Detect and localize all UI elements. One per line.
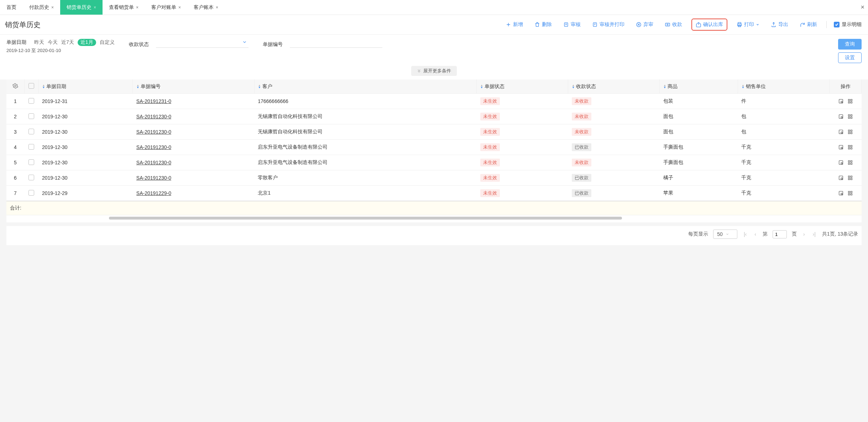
tab-bar: 首页 付款历史× 销货单历史× 查看销货单× 客户对账单× 客户账本× × <box>0 0 868 15</box>
export-button[interactable]: 导出 <box>769 20 790 29</box>
page-next-button[interactable]: › <box>802 231 806 237</box>
per-page-select[interactable]: 50 <box>713 230 737 239</box>
row-checkbox[interactable] <box>24 124 38 140</box>
refresh-button[interactable]: 刷新 <box>798 20 819 29</box>
svg-rect-24 <box>851 130 852 132</box>
page-first-button[interactable]: |‹ <box>742 231 748 237</box>
column-settings[interactable] <box>6 79 24 94</box>
column-header-docno[interactable]: ▲▼单据编号 <box>133 79 254 94</box>
view-icon[interactable] <box>838 114 844 119</box>
column-select-all[interactable] <box>24 79 38 94</box>
cell-doc-status: 未生效 <box>477 140 568 155</box>
column-header-product[interactable]: ▲▼商品 <box>660 79 738 94</box>
view-icon[interactable] <box>838 98 844 104</box>
close-icon[interactable]: × <box>178 5 181 10</box>
date-preset-today[interactable]: 今天 <box>48 39 58 46</box>
row-checkbox[interactable] <box>24 155 38 170</box>
page-last-button[interactable]: ›| <box>811 231 817 237</box>
view-icon[interactable] <box>838 129 844 135</box>
row-checkbox[interactable] <box>24 186 38 201</box>
tab-view-sales[interactable]: 查看销货单× <box>103 0 145 15</box>
more-icon[interactable] <box>847 98 853 104</box>
more-icon[interactable] <box>847 114 853 119</box>
pagination: 每页显示 50 |‹ ‹ 第 页 › ›| 共1页, 13条记录 <box>6 226 862 245</box>
close-icon[interactable]: × <box>136 5 138 10</box>
sort-icon: ▲▼ <box>136 84 139 89</box>
close-icon[interactable]: × <box>216 5 218 10</box>
tabs-close-all[interactable]: × <box>861 4 864 11</box>
cell-doc-no[interactable]: SA-20191229-0 <box>133 186 254 201</box>
more-icon[interactable] <box>847 129 853 135</box>
close-icon[interactable]: × <box>51 5 54 10</box>
toolbar-label: 收款 <box>672 21 682 28</box>
horizontal-scrollbar[interactable] <box>109 217 622 220</box>
svg-rect-47 <box>848 191 849 193</box>
column-header-date[interactable]: ▲▼单据日期 <box>38 79 133 94</box>
view-icon[interactable] <box>838 175 844 181</box>
toolbar-label: 弃审 <box>643 21 653 28</box>
audit-button[interactable]: 审核 <box>561 20 583 29</box>
toolbar-label: 打印 <box>744 21 754 28</box>
row-checkbox[interactable] <box>24 140 38 155</box>
cell-doc-status: 未生效 <box>477 170 568 186</box>
tab-home[interactable]: 首页 <box>0 0 23 15</box>
delete-button[interactable]: 删除 <box>532 20 554 29</box>
receive-button[interactable]: 收款 <box>663 20 684 29</box>
confirm-outbound-button[interactable]: 确认出库 <box>691 19 727 31</box>
cell-doc-no[interactable]: SA-20191230-0 <box>133 155 254 170</box>
date-preset-7d[interactable]: 近7天 <box>61 39 74 46</box>
more-icon[interactable] <box>847 144 853 150</box>
cell-doc-no[interactable]: SA-20191230-0 <box>133 109 254 124</box>
tab-label: 客户对账单 <box>151 4 176 11</box>
date-preset-yesterday[interactable]: 昨天 <box>34 39 44 46</box>
more-icon[interactable] <box>847 160 853 165</box>
cell-doc-no[interactable]: SA-20191230-0 <box>133 124 254 140</box>
row-checkbox[interactable] <box>24 170 38 186</box>
row-index: 3 <box>6 124 24 140</box>
tab-customer-statement[interactable]: 客户对账单× <box>145 0 187 15</box>
tab-pay-history[interactable]: 付款历史× <box>23 0 60 15</box>
date-preset-custom[interactable]: 自定义 <box>100 39 115 46</box>
page-prev-button[interactable]: ‹ <box>753 231 758 237</box>
date-preset-1m[interactable]: 近1月 <box>78 39 96 46</box>
toolbar-label: 导出 <box>778 21 788 28</box>
settings-button[interactable]: 设置 <box>838 52 862 63</box>
cell-doc-no[interactable]: SA-20191231-0 <box>133 94 254 109</box>
column-header-unit[interactable]: ▲▼销售单位 <box>738 79 829 94</box>
svg-point-4 <box>667 24 668 25</box>
row-checkbox[interactable] <box>24 94 38 109</box>
close-icon[interactable]: × <box>94 5 96 10</box>
sort-icon: ▲▼ <box>42 84 45 89</box>
cell-doc-status: 未生效 <box>477 155 568 170</box>
audit-print-button[interactable]: 审核并打印 <box>590 20 627 29</box>
trash-icon <box>534 22 540 27</box>
print-button[interactable]: 打印 <box>734 20 762 29</box>
more-icon[interactable] <box>847 175 853 181</box>
query-button[interactable]: 查询 <box>838 39 862 50</box>
more-icon[interactable] <box>847 190 853 196</box>
add-button[interactable]: 新增 <box>503 20 525 29</box>
tab-customer-ledger[interactable]: 客户账本× <box>187 0 225 15</box>
view-icon[interactable] <box>838 144 844 150</box>
filter-label: 单据编号 <box>263 41 283 48</box>
column-header-doc-status[interactable]: ▲▼单据状态 <box>477 79 568 94</box>
cell-doc-status: 未生效 <box>477 94 568 109</box>
column-header-pay-status[interactable]: ▲▼收款状态 <box>568 79 660 94</box>
svg-rect-48 <box>851 191 852 193</box>
cell-doc-no[interactable]: SA-20191230-0 <box>133 170 254 186</box>
show-detail-toggle[interactable]: 显示明细 <box>834 21 862 28</box>
view-icon[interactable] <box>838 160 844 165</box>
filter-pay-status: 收款状态 <box>129 39 249 48</box>
view-icon[interactable] <box>838 190 844 196</box>
table-row: 7 2019-12-29 SA-20191229-0 北京1 未生效 已收款 苹… <box>6 186 862 201</box>
page-number-input[interactable] <box>773 230 787 238</box>
expand-filters-button[interactable]: 展开更多条件 <box>411 66 457 76</box>
row-checkbox[interactable] <box>24 109 38 124</box>
pay-status-select[interactable] <box>156 39 249 48</box>
tab-sales-history[interactable]: 销货单历史× <box>60 0 103 15</box>
cell-unit: 包 <box>738 124 829 140</box>
column-header-customer[interactable]: ▲▼客户 <box>254 79 476 94</box>
unaudit-button[interactable]: 弃审 <box>634 20 655 29</box>
doc-no-input[interactable] <box>290 39 382 48</box>
cell-doc-no[interactable]: SA-20191230-0 <box>133 140 254 155</box>
